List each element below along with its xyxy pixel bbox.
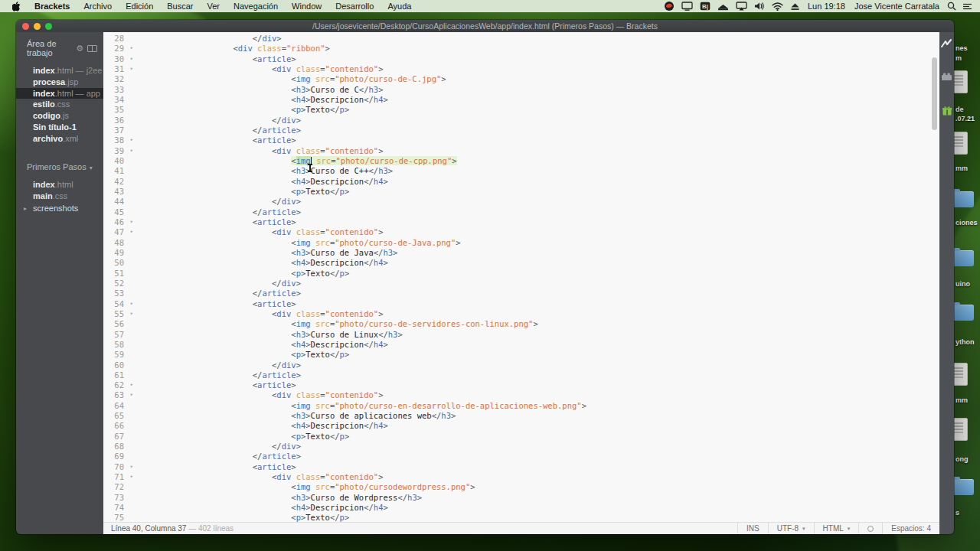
code-line-51[interactable]: 51 <p>Texto</p> xyxy=(103,269,939,279)
spotlight-search-icon[interactable] xyxy=(947,0,956,12)
desktop-icon-label[interactable]: ciones xyxy=(956,219,978,227)
code-line-71[interactable]: 71▾ <div class="contenido"> xyxy=(103,472,939,482)
gear-icon[interactable]: ⚙ xyxy=(76,44,83,52)
line-number[interactable]: 48 xyxy=(105,238,126,248)
document-icon[interactable] xyxy=(954,363,968,386)
code-fold-arrow-icon[interactable]: ▾ xyxy=(126,309,136,319)
line-number[interactable]: 71 xyxy=(105,472,126,482)
keyboard-icon[interactable] xyxy=(717,0,729,12)
working-file-archivo-xml[interactable]: archivo.xml xyxy=(16,133,103,145)
folder-icon[interactable] xyxy=(954,250,974,266)
screen-recorder-icon[interactable] xyxy=(664,0,675,12)
menu-item-edición[interactable]: Edición xyxy=(119,2,160,11)
code-line-60[interactable]: 60 </div> xyxy=(103,360,939,370)
project-file-main[interactable]: main.css xyxy=(16,191,103,203)
cursor-position-indicator[interactable]: Línea 40, Columna 37 xyxy=(111,524,186,533)
line-number[interactable]: 57 xyxy=(105,330,126,340)
desktop-icon-label[interactable]: mm xyxy=(956,165,968,172)
line-number[interactable]: 30 xyxy=(105,54,126,64)
line-number[interactable]: 54 xyxy=(105,299,126,309)
document-icon[interactable] xyxy=(954,70,968,93)
desktop-icon-label[interactable]: s xyxy=(956,509,959,517)
minimize-button[interactable] xyxy=(34,23,41,30)
line-number[interactable]: 69 xyxy=(105,452,126,461)
line-number[interactable]: 50 xyxy=(105,258,126,268)
line-number[interactable]: 51 xyxy=(105,269,126,279)
desktop-icon-label[interactable]: m xyxy=(956,54,962,62)
code-line-58[interactable]: 58 <h4>Descripcion</h4> xyxy=(103,340,939,350)
code-line-33[interactable]: 33 <h3>Curso de C</h3> xyxy=(103,85,939,95)
line-number[interactable]: 31 xyxy=(105,64,126,74)
display-icon[interactable] xyxy=(681,0,693,12)
code-line-59[interactable]: 59 <p>Texto</p> xyxy=(103,350,939,360)
line-number[interactable]: 73 xyxy=(105,493,126,503)
code-fold-arrow-icon[interactable]: ▾ xyxy=(126,380,136,390)
working-file-estilo-css[interactable]: estilo.css xyxy=(16,99,103,110)
desktop-icon-label[interactable]: uino xyxy=(956,280,970,288)
desktop-icon-label[interactable]: nes xyxy=(956,44,968,52)
code-fold-arrow-icon[interactable]: ▾ xyxy=(126,146,136,156)
code-line-37[interactable]: 37 </article> xyxy=(103,126,939,135)
line-number[interactable]: 67 xyxy=(105,432,126,442)
folder-icon[interactable] xyxy=(954,305,974,321)
line-number[interactable]: 34 xyxy=(105,95,126,105)
code-fold-arrow-icon[interactable]: ▾ xyxy=(126,472,136,482)
code-line-44[interactable]: 44 </div> xyxy=(103,197,939,207)
line-number[interactable]: 70 xyxy=(105,462,126,472)
code-line-45[interactable]: 45 </article> xyxy=(103,207,939,217)
working-file-index-html[interactable]: index.html— app xyxy=(16,88,103,99)
line-number[interactable]: 46 xyxy=(105,217,126,227)
zoom-button[interactable] xyxy=(45,23,52,30)
code-line-41[interactable]: 41 <h3>Curso de C++</h3> xyxy=(103,166,939,176)
line-number[interactable]: 35 xyxy=(105,105,126,115)
line-number[interactable]: 64 xyxy=(105,401,126,411)
code-line-73[interactable]: 73 <h3>Curso de Wordpress</h3> xyxy=(103,493,939,503)
line-number[interactable]: 37 xyxy=(105,126,126,135)
code-line-68[interactable]: 68 </div> xyxy=(103,442,939,452)
code-fold-arrow-icon[interactable]: ▾ xyxy=(126,462,136,472)
desktop-icon-label[interactable]: de xyxy=(956,106,964,113)
volume-icon[interactable] xyxy=(754,0,765,12)
airplay-icon[interactable] xyxy=(736,0,747,12)
code-line-30[interactable]: 30▾ <article> xyxy=(103,54,939,64)
close-button[interactable] xyxy=(22,23,29,30)
code-line-32[interactable]: 32 <img src="photo/curso-de-C.jpg"> xyxy=(103,74,939,84)
folder-icon[interactable] xyxy=(954,479,974,495)
language-mode-selector[interactable]: HTML xyxy=(814,523,859,535)
code-line-48[interactable]: 48 <img src="photo/curso-de-Java.png"> xyxy=(103,238,939,248)
code-fold-arrow-icon[interactable]: ▾ xyxy=(126,390,136,400)
code-fold-arrow-icon[interactable]: ▾ xyxy=(126,135,136,145)
indentation-setting[interactable]: Espacios: 4 xyxy=(882,523,939,535)
code-fold-arrow-icon[interactable]: ▾ xyxy=(126,227,136,237)
menu-item-window[interactable]: Window xyxy=(285,2,328,11)
window-titlebar[interactable]: /Users/josevicente/Desktop/CursoAplicaci… xyxy=(16,20,954,32)
menu-item-ver[interactable]: Ver xyxy=(201,2,227,11)
code-fold-arrow-icon[interactable]: ▾ xyxy=(126,217,136,227)
code-line-28[interactable]: 28 </div> xyxy=(103,34,939,44)
desktop-icon-label[interactable]: mm xyxy=(956,396,968,404)
line-number[interactable]: 72 xyxy=(105,482,126,492)
code-editor[interactable]: 28 </div>29▾ <div class="ribbon">30▾ <ar… xyxy=(103,32,939,522)
desktop-icon-label[interactable]: ython xyxy=(956,338,975,346)
code-line-36[interactable]: 36 </div> xyxy=(103,116,939,126)
code-line-69[interactable]: 69 </article> xyxy=(103,452,939,461)
line-number[interactable]: 39 xyxy=(105,146,126,156)
code-line-65[interactable]: 65 <h3>Curso de aplicaciones web</h3> xyxy=(103,411,939,421)
line-number[interactable]: 59 xyxy=(105,350,126,360)
line-number[interactable]: 41 xyxy=(105,166,126,176)
line-number[interactable]: 75 xyxy=(105,513,126,522)
code-line-43[interactable]: 43 <p>Texto</p> xyxy=(103,187,939,197)
code-line-63[interactable]: 63▾ <div class="contenido"> xyxy=(103,390,939,400)
code-line-38[interactable]: 38▾ <article> xyxy=(103,135,939,145)
project-dropdown[interactable]: Primeros Pasos▾ xyxy=(16,158,103,176)
document-icon[interactable] xyxy=(954,132,968,155)
line-number[interactable]: 65 xyxy=(105,411,126,421)
code-line-50[interactable]: 50 <h4>Descripcion</h4> xyxy=(103,258,939,268)
code-line-53[interactable]: 53 </article> xyxy=(103,289,939,298)
code-line-34[interactable]: 34 <h4>Descripcion</h4> xyxy=(103,95,939,105)
code-line-62[interactable]: 62▾ <article> xyxy=(103,380,939,390)
line-number[interactable]: 55 xyxy=(105,309,126,319)
apple-menu-icon[interactable] xyxy=(8,2,28,11)
line-number[interactable]: 62 xyxy=(105,380,126,390)
code-line-40[interactable]: 40 <img src="photo/curso-de-cpp.png"> xyxy=(103,156,939,166)
